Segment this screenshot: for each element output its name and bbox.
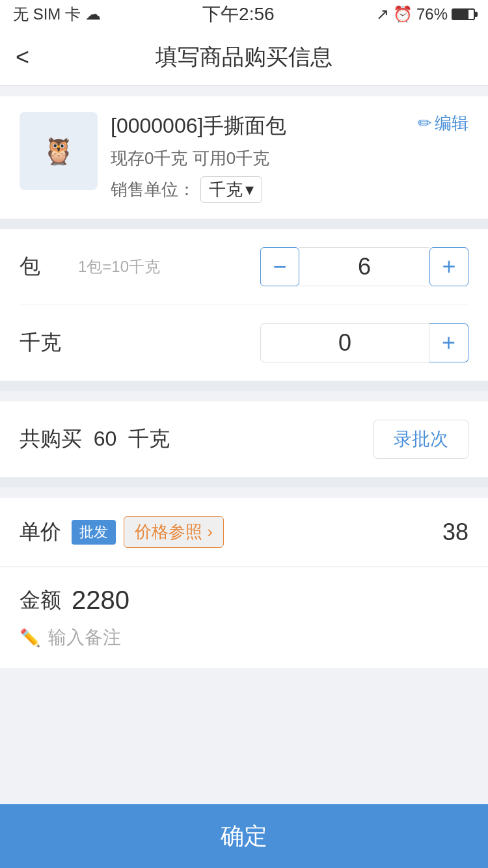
total-amount: 60: [94, 427, 117, 450]
edit-icon: ✏: [418, 113, 432, 133]
alarm-icon: ⏰: [393, 5, 413, 23]
page-title: 填写商品购买信息: [156, 42, 332, 72]
pack-input[interactable]: [299, 247, 429, 286]
confirm-button[interactable]: 确定: [0, 804, 488, 868]
amount-row: 金额 2280: [20, 586, 468, 615]
kg-input[interactable]: [260, 323, 429, 362]
divider-1: [0, 219, 488, 229]
kg-label: 千克: [20, 329, 72, 357]
input-section: 包 1包=10千克 − + 千克 +: [0, 229, 488, 381]
pack-label: 包: [20, 252, 72, 281]
amount-value: 2280: [72, 586, 129, 615]
status-right: ↗ ⏰ 76%: [376, 5, 475, 23]
price-label: 单价: [20, 518, 61, 547]
pack-quantity-control: − +: [260, 247, 468, 286]
unit-value: 千克: [209, 178, 243, 201]
kg-row: 千克 +: [20, 305, 468, 381]
total-text: 共购买 60 千克: [20, 425, 170, 454]
price-reference-button[interactable]: 价格参照 ›: [124, 516, 224, 548]
unit-chevron-icon: ▾: [245, 180, 254, 200]
status-left: 无 SIM 卡 ☁: [13, 4, 101, 25]
product-logo: 🦉: [42, 136, 75, 167]
battery-icon: [452, 8, 475, 20]
amount-section: 金额 2280 ✏️ 输入备注: [0, 567, 488, 668]
price-value: 38: [442, 519, 468, 546]
remark-placeholder: 输入备注: [48, 625, 121, 650]
nav-bar: < 填写商品购买信息: [0, 29, 488, 86]
total-section: 共购买 60 千克 录批次: [0, 401, 488, 477]
sim-status: 无 SIM 卡 ☁: [13, 4, 101, 25]
remark-row[interactable]: ✏️ 输入备注: [20, 625, 468, 650]
pencil-icon: ✏️: [20, 628, 40, 648]
product-stock: 现存0千克 可用0千克: [111, 147, 405, 170]
location-icon: ↗: [376, 5, 389, 23]
unit-selector[interactable]: 千克 ▾: [200, 176, 262, 203]
battery-percent: 76%: [416, 5, 448, 23]
pack-hint: 1包=10千克: [78, 256, 260, 277]
status-time: 下午2:56: [202, 2, 275, 27]
edit-button[interactable]: ✏ 编辑: [418, 112, 468, 135]
product-image: 🦉: [20, 112, 98, 190]
batch-button[interactable]: 录批次: [373, 420, 468, 459]
price-section: 单价 批发 价格参照 › 38: [0, 498, 488, 566]
pack-increment-button[interactable]: +: [429, 247, 468, 286]
pack-row: 包 1包=10千克 − +: [20, 229, 468, 305]
unit-label: 销售单位：: [111, 178, 195, 201]
total-unit: 千克: [128, 427, 170, 450]
price-tag: 批发: [72, 520, 116, 545]
edit-label: 编辑: [435, 112, 468, 135]
product-card: 🦉 [0000006]手撕面包 现存0千克 可用0千克 销售单位： 千克 ▾ ✏…: [0, 96, 488, 219]
pack-decrement-button[interactable]: −: [260, 247, 299, 286]
back-button[interactable]: <: [16, 44, 29, 71]
product-info: [0000006]手撕面包 现存0千克 可用0千克 销售单位： 千克 ▾: [111, 112, 405, 203]
status-bar: 无 SIM 卡 ☁ 下午2:56 ↗ ⏰ 76%: [0, 0, 488, 29]
total-label: 共购买: [20, 427, 82, 450]
kg-increment-button[interactable]: +: [429, 323, 468, 362]
product-name: [0000006]手撕面包: [111, 112, 405, 141]
kg-quantity-control: +: [260, 323, 468, 362]
divider-3: [0, 477, 488, 487]
divider-2: [0, 381, 488, 391]
amount-label: 金额: [20, 586, 61, 615]
product-unit-row: 销售单位： 千克 ▾: [111, 176, 405, 203]
